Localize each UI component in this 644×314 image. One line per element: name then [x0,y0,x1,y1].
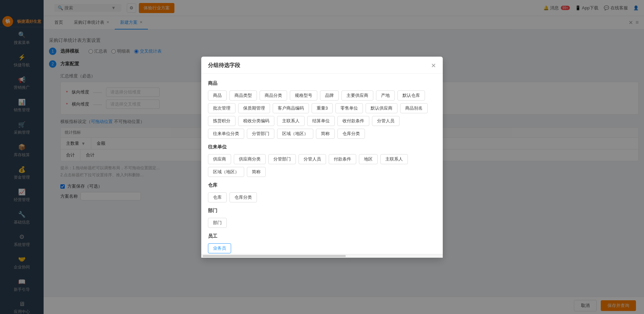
field-tag-0-17[interactable]: 主联系人 [277,116,305,126]
field-group-2: 仓库仓库分类 [208,192,436,202]
field-tag-0-23[interactable]: 区域（地区） [277,129,313,139]
section-title-2: 仓库 [208,182,436,188]
field-tag-2-0[interactable]: 仓库 [208,192,227,202]
field-tag-0-0[interactable]: 商品 [208,90,227,101]
field-tag-1-7[interactable]: 区域（地区） [208,167,244,177]
field-tag-4-0[interactable]: 业务员 [208,243,231,253]
field-tag-2-1[interactable]: 仓库分类 [229,192,257,202]
field-tag-0-18[interactable]: 结算单位 [307,116,335,126]
field-tag-0-22[interactable]: 分管部门 [247,129,274,139]
modal-header: 分组待选字段 ✕ [201,57,443,74]
modal-hscroll[interactable] [201,254,443,257]
field-tag-0-24[interactable]: 简称 [316,129,335,139]
field-tag-0-5[interactable]: 主要供应商 [341,90,373,101]
field-group-4: 业务员 [208,243,436,253]
field-tag-0-8[interactable]: 批次管理 [208,103,235,113]
field-select-modal: 分组待选字段 ✕ 商品商品商品类型商品分类规格型号品牌主要供应商产地默认仓库批次… [201,57,443,258]
field-tag-0-20[interactable]: 分管人员 [372,116,399,126]
modal-body[interactable]: 商品商品商品类型商品分类规格型号品牌主要供应商产地默认仓库批次管理保质期管理客户… [201,74,443,254]
field-tag-0-15[interactable]: 拣货积分 [208,116,235,126]
modal-title: 分组待选字段 [208,62,240,69]
field-tag-0-25[interactable]: 仓库分类 [337,129,365,139]
section-title-4: 员工 [208,233,436,239]
field-tag-0-4[interactable]: 品牌 [320,90,339,101]
field-tag-0-1[interactable]: 商品类型 [229,90,257,101]
field-tag-0-7[interactable]: 默认仓库 [397,90,425,101]
field-tag-0-12[interactable]: 零售单位 [335,103,363,113]
field-tag-0-19[interactable]: 收付款条件 [337,116,369,126]
field-group-0: 商品商品类型商品分类规格型号品牌主要供应商产地默认仓库批次管理保质期管理客户商品… [208,90,436,139]
section-title-3: 部门 [208,208,436,214]
field-tag-0-9[interactable]: 保质期管理 [238,103,270,113]
modal-close-button[interactable]: ✕ [431,62,436,69]
section-title-0: 商品 [208,80,436,86]
field-tag-1-1[interactable]: 供应商分类 [234,154,266,164]
field-tag-1-8[interactable]: 简称 [247,167,266,177]
field-tag-1-2[interactable]: 分管部门 [268,154,296,164]
modal-overlay: 分组待选字段 ✕ 商品商品商品类型商品分类规格型号品牌主要供应商产地默认仓库批次… [0,0,644,314]
field-tag-0-14[interactable]: 商品别名 [400,103,428,113]
field-tag-0-10[interactable]: 客户商品编码 [273,103,309,113]
field-tag-0-13[interactable]: 默认供应商 [366,103,397,113]
field-tag-0-16[interactable]: 税收分类编码 [238,116,274,126]
field-tag-1-6[interactable]: 主联系人 [380,154,408,164]
field-tag-1-3[interactable]: 分管人员 [299,154,326,164]
field-tag-0-6[interactable]: 产地 [376,90,395,101]
field-tag-1-0[interactable]: 供应商 [208,154,231,164]
field-tag-0-11[interactable]: 重量3 [312,103,333,113]
field-tag-3-0[interactable]: 部门 [208,218,227,228]
field-tag-0-21[interactable]: 往来单位分类 [208,129,244,139]
field-tag-1-4[interactable]: 付款条件 [329,154,356,164]
field-tag-0-2[interactable]: 商品分类 [260,90,287,101]
hscroll-thumb [203,255,346,257]
field-tag-0-3[interactable]: 规格型号 [290,90,317,101]
field-group-1: 供应商供应商分类分管部门分管人员付款条件地区主联系人区域（地区）简称 [208,154,436,177]
section-title-1: 往来单位 [208,144,436,150]
field-group-3: 部门 [208,218,436,228]
field-tag-1-5[interactable]: 地区 [359,154,378,164]
